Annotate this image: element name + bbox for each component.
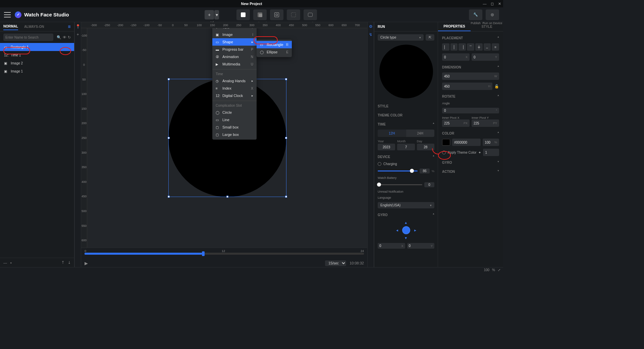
pivot-y-input[interactable]: PY [472, 119, 499, 127]
sliders-icon[interactable]: ⚙ [369, 24, 373, 29]
close-icon[interactable]: ✕ [497, 1, 502, 6]
apply-theme-color[interactable]: Apply Theme Color✦ [442, 149, 499, 156]
props-gyro-section[interactable]: GYRO˅ [442, 159, 499, 165]
pivot-x-input[interactable]: PX [442, 119, 470, 127]
remove-layer-icon[interactable]: — [3, 261, 7, 265]
canvas-viewport[interactable]: TTextT ▣ImageI ▭Shape▸ ▬Progress barP ⦿A… [87, 28, 367, 248]
lock-aspect-icon[interactable]: 🔓 [494, 84, 499, 89]
resize-handle[interactable] [285, 196, 287, 198]
color-hex-input[interactable] [452, 139, 481, 146]
menu-large-box[interactable]: ▢Large box [212, 131, 257, 138]
zoom-value[interactable]: 100 [484, 268, 489, 272]
layer-item-image2[interactable]: ▣Image 2 [0, 59, 74, 67]
fit-icon[interactable]: ⤢ [498, 268, 500, 272]
layer-item-rectangle[interactable]: ▭Rectangle 1 [0, 43, 74, 51]
resize-handle[interactable] [168, 196, 170, 198]
plus-icon[interactable]: + [76, 32, 79, 37]
gyro-section[interactable]: GYRO˄ [378, 211, 434, 217]
group-button[interactable]: Group [270, 9, 283, 20]
add-button[interactable]: + [205, 10, 214, 19]
layer-item-image1[interactable]: ▣Image 1 [0, 67, 74, 75]
mask-button[interactable]: Mask [304, 9, 317, 20]
maximize-icon[interactable]: ◻ [490, 1, 494, 6]
play-icon[interactable]: ▶ [85, 261, 88, 266]
search-icon[interactable]: 🔍 [57, 35, 61, 39]
menu-index[interactable]: ≡IndexX [212, 85, 257, 92]
timeline[interactable]: 01224 [81, 248, 367, 259]
publish-button[interactable]: 🔧Publish [469, 9, 482, 20]
color-swatch[interactable] [442, 139, 450, 146]
run-on-device-button[interactable]: ◎Run on Device [486, 9, 499, 20]
backward-button[interactable]: Backward [253, 9, 267, 20]
submenu-rectangle[interactable]: ▭RectangleR [257, 41, 292, 48]
folder-icon[interactable]: ▪ [10, 261, 12, 265]
tab-properties[interactable]: PROPERTIES [438, 22, 471, 31]
resize-handle[interactable] [168, 78, 170, 80]
style-section[interactable]: STYLE [378, 102, 434, 109]
timeline-track[interactable] [85, 253, 364, 255]
menu-text[interactable]: TTextT [212, 28, 257, 31]
menu-icon[interactable] [4, 12, 11, 17]
layer-item-time[interactable]: 12:Time 1 [0, 51, 74, 59]
color-opacity-input[interactable]: % [483, 139, 499, 146]
menu-shape[interactable]: ▭Shape▸ [212, 38, 257, 46]
month-input[interactable] [397, 144, 415, 150]
tab-always-on[interactable]: ALWAYS-ON [24, 23, 44, 30]
device-section[interactable]: DEVICE˄ [378, 153, 434, 159]
theme-wand-icon[interactable]: ✦ [478, 151, 481, 154]
gyro-control[interactable]: ▴▾◂▸ [397, 221, 415, 239]
align-bottom-icon[interactable]: ⎽ [484, 43, 491, 51]
y-input[interactable]: Y [472, 53, 499, 61]
resize-handle[interactable] [285, 78, 287, 80]
timeline-thumb[interactable] [202, 251, 205, 256]
x-input[interactable]: X [442, 53, 470, 61]
gyro-x-input[interactable]: 0X [378, 243, 405, 249]
gyro-y-input[interactable]: 0Y [407, 243, 435, 249]
align-right-icon[interactable]: ▕ [459, 43, 466, 51]
menu-line[interactable]: ▭Line [212, 116, 257, 123]
add-dropdown-button[interactable]: ▾ [214, 10, 219, 19]
props-action-section[interactable]: ACTION˅ [442, 168, 499, 174]
menu-circle[interactable]: ◯Circle [212, 109, 257, 116]
menu-animation[interactable]: ⦿AnimationN [212, 53, 257, 60]
time-format-toggle[interactable]: 12H 24H [378, 130, 434, 137]
tab-normal[interactable]: NORMAL [3, 23, 18, 30]
language-select[interactable]: English(USA)▾ [378, 202, 434, 208]
align-top-icon[interactable]: ⎺ [467, 43, 474, 51]
refresh-icon[interactable]: ↻ [68, 35, 71, 39]
menu-analog-hands[interactable]: ◷Analog Hands▸ [212, 77, 257, 85]
resize-handle[interactable] [285, 137, 287, 139]
speed-select[interactable]: 1S/sec [325, 260, 346, 266]
menu-digital-clock[interactable]: 12:Digital Clock▸ [212, 92, 257, 99]
layers-icon[interactable]: ≣ [68, 24, 71, 29]
time-section[interactable]: TIME˄ [378, 120, 434, 127]
ungroup-button[interactable]: Ungroup [287, 9, 300, 20]
download-icon[interactable]: ⤓ [68, 260, 71, 265]
day-input[interactable] [417, 144, 434, 150]
visibility-icon[interactable]: 👁 [63, 35, 66, 39]
align-vcenter-icon[interactable]: ┿ [475, 43, 483, 51]
align-distribute-icon[interactable]: ≡ [492, 43, 499, 51]
upload-icon[interactable]: ⤒ [61, 260, 64, 265]
menu-multimedia[interactable]: ▶MultimediaU [212, 60, 257, 68]
circle-type-select[interactable]: Circle type▾ [378, 34, 424, 41]
theme-color-section[interactable]: THEME COLOR [378, 111, 434, 118]
search-input[interactable] [3, 34, 53, 41]
resize-handle[interactable] [226, 196, 228, 198]
pin-icon[interactable]: 📍 [75, 24, 80, 29]
angle-input[interactable]: ° [442, 108, 499, 113]
foreground-button[interactable] [236, 9, 250, 20]
notification-slider[interactable]: 0 [378, 182, 434, 187]
menu-progress[interactable]: ▬Progress barP [212, 46, 257, 53]
minimize-icon[interactable]: — [482, 1, 487, 6]
width-input[interactable]: W [442, 72, 499, 80]
time-24h[interactable]: 24H [406, 130, 435, 137]
time-12h[interactable]: 12H [378, 130, 406, 137]
charging-row[interactable]: Charging [378, 162, 434, 166]
align-left-icon[interactable]: ▏ [442, 43, 449, 51]
menu-small-box[interactable]: ▢Small box [212, 123, 257, 131]
align-hcenter-icon[interactable]: ⎮ [450, 43, 458, 51]
year-input[interactable] [378, 144, 395, 150]
battery-slider[interactable]: 86% [378, 168, 434, 173]
open-external-icon[interactable]: ⇱ [426, 34, 434, 41]
